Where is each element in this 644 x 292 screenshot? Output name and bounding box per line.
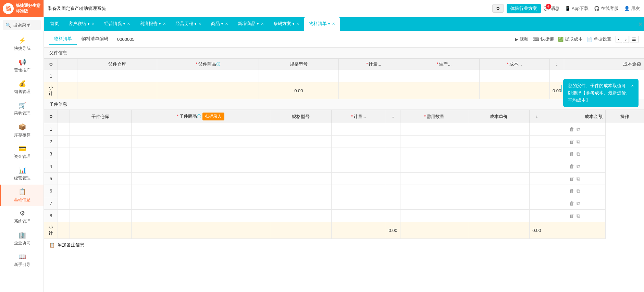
copy-icon[interactable]: ⧉ xyxy=(577,163,580,170)
child-row-qty[interactable] xyxy=(386,148,400,160)
tab-close-barcode[interactable]: ✕ xyxy=(296,22,299,26)
child-row-unit-cost[interactable] xyxy=(400,123,468,136)
parent-row-unit[interactable] xyxy=(259,70,339,82)
child-row-unit-cost[interactable] xyxy=(400,210,468,222)
child-row-unit-cost[interactable] xyxy=(400,185,468,197)
sidebar-item-guide[interactable]: 📖新手引导 xyxy=(0,249,44,271)
nav-tab-operations[interactable]: 经营情况▾✕ xyxy=(99,17,135,31)
settings-button[interactable]: ⚙ xyxy=(492,4,504,13)
child-row-unit[interactable] xyxy=(270,210,332,222)
delete-icon[interactable]: 🗑 xyxy=(569,213,574,219)
parent-row-product[interactable] xyxy=(77,70,157,82)
child-row-unit[interactable] xyxy=(270,160,332,173)
child-row-qty[interactable] xyxy=(386,123,400,136)
parent-col-settings[interactable]: ⚙ xyxy=(44,59,58,70)
parent-row-warehouse[interactable] xyxy=(58,70,77,82)
child-row-product[interactable] xyxy=(70,197,132,210)
tab-close-products[interactable]: ✕ xyxy=(225,22,228,26)
sidebar-item-inventory[interactable]: 📦库存核算 xyxy=(0,120,44,141)
user-action[interactable]: 👤 用友 xyxy=(624,5,640,12)
tab-close-new-product[interactable]: ✕ xyxy=(261,22,264,26)
child-row-warehouse[interactable] xyxy=(58,210,70,222)
child-row-warehouse[interactable] xyxy=(58,185,70,197)
sidebar-item-enterprise[interactable]: 🏢企业协同 xyxy=(0,228,44,249)
online-service-action[interactable]: 🎧 在线客服 xyxy=(594,5,619,12)
delete-icon[interactable]: 🗑 xyxy=(569,126,574,132)
child-col-settings[interactable]: ⚙ xyxy=(44,110,58,123)
child-row-unit[interactable] xyxy=(270,148,332,160)
delete-icon[interactable]: 🗑 xyxy=(569,151,574,157)
sidebar-item-operations[interactable]: 📊经营管理 xyxy=(0,163,44,185)
child-row-warehouse[interactable] xyxy=(58,148,70,160)
child-row-spec[interactable] xyxy=(131,148,270,160)
nav-tab-new-product[interactable]: 新增商品▾✕ xyxy=(233,17,269,31)
child-row-unit-cost[interactable] xyxy=(400,148,468,160)
sidebar-item-quick-nav[interactable]: ⚡快捷导航 xyxy=(0,33,44,55)
delete-icon[interactable]: 🗑 xyxy=(569,188,574,194)
copy-icon[interactable]: ⧉ xyxy=(577,151,580,157)
nav-tab-bom[interactable]: 物料清单▾✕ xyxy=(304,17,340,31)
sidebar-item-marketing[interactable]: 📢营销推广 xyxy=(0,55,44,77)
tab-close-customers[interactable]: ✕ xyxy=(91,22,95,26)
child-row-product[interactable] xyxy=(70,148,132,160)
parent-row-spec[interactable] xyxy=(157,70,259,82)
child-row-qty[interactable] xyxy=(386,173,400,185)
settings-action[interactable]: 📄 单据设置 xyxy=(587,36,611,42)
child-row-spec[interactable] xyxy=(131,160,270,173)
child-row-qty[interactable] xyxy=(386,185,400,197)
menu-button[interactable]: ☰ xyxy=(630,36,639,43)
delete-icon[interactable]: 🗑 xyxy=(569,139,574,145)
app-download-action[interactable]: 📱 App下载 xyxy=(565,5,589,12)
next-button[interactable]: › xyxy=(623,36,629,43)
child-row-warehouse[interactable] xyxy=(58,173,70,185)
parent-row-production[interactable] xyxy=(338,70,409,82)
trial-button[interactable]: 体验行业方案 xyxy=(507,4,541,13)
tab-bom-list[interactable]: 物料清单 xyxy=(49,34,77,45)
child-row-unit[interactable] xyxy=(270,185,332,197)
child-row-warehouse[interactable] xyxy=(58,197,70,210)
nav-tab-profit[interactable]: 利润报告▾✕ xyxy=(135,17,171,31)
child-row-spec[interactable] xyxy=(131,185,270,197)
child-row-warehouse[interactable] xyxy=(58,136,70,148)
sidebar-item-sales[interactable]: 💰销售管理 xyxy=(0,77,44,98)
nav-tab-products[interactable]: 商品▾✕ xyxy=(206,17,233,31)
sidebar-search[interactable]: 🔍 搜索菜单 xyxy=(0,17,44,33)
child-row-spec[interactable] xyxy=(131,210,270,222)
child-row-product[interactable] xyxy=(70,173,132,185)
child-row-unit-cost[interactable] xyxy=(400,173,468,185)
nav-tab-customers[interactable]: 客户联络▾✕ xyxy=(64,17,99,31)
copy-icon[interactable]: ⧉ xyxy=(577,188,580,194)
cost-action[interactable]: 💹 提取成本 xyxy=(558,36,583,42)
search-menu-button[interactable]: 🔍 搜索菜单 xyxy=(3,20,41,30)
child-row-product[interactable] xyxy=(70,160,132,173)
child-row-product[interactable] xyxy=(70,123,132,136)
nav-tab-barcode[interactable]: 条码方案▾✕ xyxy=(269,17,304,31)
delete-icon[interactable]: 🗑 xyxy=(569,163,574,170)
delete-icon[interactable]: 🗑 xyxy=(569,200,574,207)
shortcut-action[interactable]: ⌨ 快捷键 xyxy=(533,36,554,42)
child-row-product[interactable] xyxy=(70,136,132,148)
sidebar-item-system[interactable]: ⚙系统管理 xyxy=(0,206,44,228)
child-row-qty[interactable] xyxy=(386,136,400,148)
child-row-unit[interactable] xyxy=(270,173,332,185)
child-row-unit-cost[interactable] xyxy=(400,136,468,148)
copy-icon[interactable]: ⧉ xyxy=(577,139,580,145)
child-row-spec[interactable] xyxy=(131,123,270,136)
tab-bom-code[interactable]: 物料清单编码 xyxy=(77,34,113,45)
sidebar-item-finance[interactable]: 💳资金管理 xyxy=(0,141,44,163)
child-row-spec[interactable] xyxy=(131,136,270,148)
sidebar-item-purchase[interactable]: 🛒采购管理 xyxy=(0,98,44,120)
note-label[interactable]: 添加备注信息 xyxy=(58,242,84,248)
child-row-warehouse[interactable] xyxy=(58,123,70,136)
scan-button[interactable]: 扫码录入 xyxy=(202,113,224,120)
child-row-spec[interactable] xyxy=(131,173,270,185)
messages-action[interactable]: 💬 6 消息 xyxy=(544,5,559,12)
child-row-product[interactable] xyxy=(70,210,132,222)
sidebar-item-basic-info[interactable]: 📋基础信息 xyxy=(0,185,44,206)
copy-icon[interactable]: ⧉ xyxy=(577,213,580,219)
view-action[interactable]: ▶ 视频 xyxy=(515,36,529,42)
child-row-qty[interactable] xyxy=(386,160,400,173)
tab-close-history[interactable]: ✕ xyxy=(198,22,201,26)
copy-icon[interactable]: ⧉ xyxy=(577,176,580,182)
parent-row-cost[interactable] xyxy=(409,70,479,82)
